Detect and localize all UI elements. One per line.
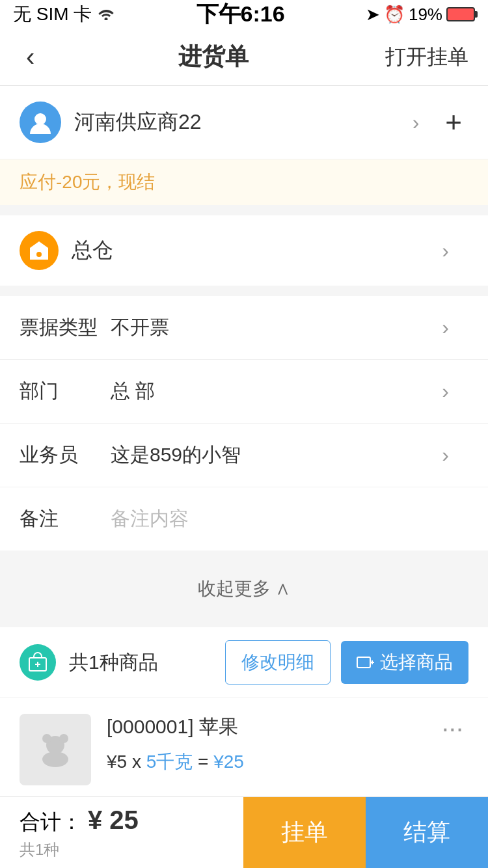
equals: = (198, 752, 213, 772)
add-button[interactable]: + (439, 106, 468, 139)
product-icon (20, 644, 56, 681)
total-amount: ¥ 25 (88, 806, 139, 834)
remark-label: 备注 (20, 506, 111, 532)
collapse-row[interactable]: 收起更多 ∧ (0, 561, 488, 617)
edit-detail-button[interactable]: 修改明细 (225, 640, 331, 685)
warehouse-name: 总仓 (72, 236, 442, 265)
salesperson-label: 业务员 (20, 442, 111, 468)
battery-percent: 19% (409, 5, 442, 25)
department-row[interactable]: 部门 总 部 › (0, 360, 488, 424)
alarm-icon: ⏰ (384, 5, 405, 25)
battery-icon (446, 7, 475, 21)
department-label: 部门 (20, 378, 111, 405)
total-price: ¥25 (213, 752, 244, 772)
product-id: [0000001] (107, 716, 199, 737)
warehouse-icon (20, 231, 59, 270)
svg-rect-4 (357, 657, 370, 668)
carrier-label: 无 SIM 卡 (13, 2, 92, 27)
product-item: [0000001] 苹果 ¥5 x 5千克 = ¥25 ··· (0, 698, 488, 801)
quantity: 5千克 (146, 752, 193, 772)
svg-point-10 (59, 734, 68, 743)
remark-row[interactable]: 备注 备注内容 (0, 487, 488, 550)
time-label: 下午6:16 (197, 0, 285, 29)
supplier-avatar (20, 102, 61, 143)
status-right: ➤ ⏰ 19% (366, 5, 475, 25)
salesperson-chevron-icon: › (442, 443, 449, 467)
product-count: 共1种商品 (69, 649, 225, 676)
status-bar: 无 SIM 卡 下午6:16 ➤ ⏰ 19% (0, 0, 488, 29)
open-hang-button[interactable]: 打开挂单 (385, 43, 468, 72)
invoice-type-label: 票据类型 (20, 314, 111, 341)
remark-placeholder: 备注内容 (111, 506, 468, 532)
supplier-row[interactable]: 河南供应商22 › + (0, 86, 488, 159)
unit-price: ¥5 x (107, 752, 146, 772)
total-row: 合计： ¥ 25 (20, 806, 224, 837)
svg-point-8 (42, 752, 68, 767)
warehouse-row[interactable]: 总仓 › (0, 215, 488, 286)
salesperson-row[interactable]: 业务员 这是859的小智 › (0, 424, 488, 487)
supplier-section: 河南供应商22 › + 应付-20元，现结 (0, 86, 488, 205)
invoice-type-value: 不开票 (111, 314, 442, 341)
product-name: [0000001] 苹果 (107, 714, 437, 740)
warehouse-section: 总仓 › (0, 215, 488, 286)
notice-bar: 应付-20元，现结 (0, 159, 488, 205)
salesperson-value: 这是859的小智 (111, 442, 442, 468)
invoice-type-chevron-icon: › (442, 316, 449, 340)
department-chevron-icon: › (442, 379, 449, 403)
total-area: 合计： ¥ 25 共1种 (0, 797, 243, 868)
status-left: 无 SIM 卡 (13, 2, 115, 27)
form-section: 票据类型 不开票 › 部门 总 部 › 业务员 这是859的小智 › 备注 备注… (0, 296, 488, 550)
total-label: 合计： (20, 810, 82, 834)
product-title: 苹果 (199, 716, 238, 737)
nav-bar: ‹ 进货单 打开挂单 (0, 29, 488, 86)
location-icon: ➤ (366, 5, 380, 25)
product-thumbnail (20, 714, 91, 785)
wifi-icon (97, 4, 115, 25)
product-info: [0000001] 苹果 ¥5 x 5千克 = ¥25 (107, 714, 437, 774)
collapse-label: 收起更多 ∧ (198, 578, 291, 599)
back-button[interactable]: ‹ (20, 36, 41, 78)
total-count: 共1种 (20, 839, 224, 860)
select-product-button[interactable]: 选择商品 (341, 641, 468, 684)
more-options-button[interactable]: ··· (437, 714, 468, 743)
warehouse-chevron-icon: › (442, 239, 449, 263)
svg-point-0 (34, 113, 46, 125)
product-section: 共1种商品 修改明细 选择商品 [0000001] 苹果 (0, 627, 488, 801)
checkout-button[interactable]: 结算 (366, 797, 488, 868)
supplier-chevron-icon: › (413, 111, 420, 135)
bottom-bar: 合计： ¥ 25 共1种 挂单 结算 (0, 796, 488, 868)
select-product-label: 选择商品 (380, 650, 453, 675)
invoice-type-row[interactable]: 票据类型 不开票 › (0, 296, 488, 360)
product-price: ¥5 x 5千克 = ¥25 (107, 750, 437, 774)
department-value: 总 部 (111, 378, 442, 405)
hang-button[interactable]: 挂单 (243, 797, 366, 868)
supplier-name: 河南供应商22 (74, 108, 413, 137)
notice-text: 应付-20元，现结 (20, 172, 155, 192)
svg-point-9 (42, 734, 51, 743)
page-title: 进货单 (178, 41, 249, 73)
product-header: 共1种商品 修改明细 选择商品 (0, 627, 488, 698)
